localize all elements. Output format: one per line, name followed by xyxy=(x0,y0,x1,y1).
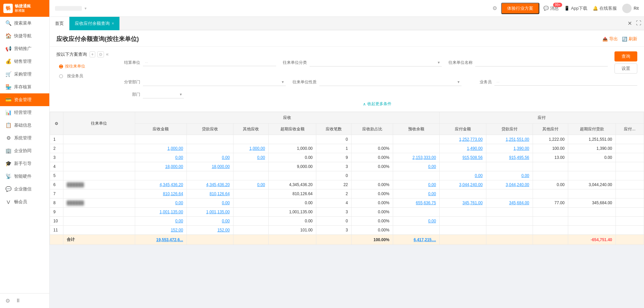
cell-loan-payable[interactable]: 345,684.00 xyxy=(486,199,533,208)
cell-advance-balance-link[interactable]: 0.00 xyxy=(428,164,436,169)
cell-loan-payable-link[interactable]: 0.00 xyxy=(521,173,529,178)
cell-receivable-amount-link[interactable]: 152.00 xyxy=(171,228,183,232)
cell-loan-payable-link[interactable]: 915,495.56 xyxy=(509,155,529,160)
cell-receivable-amount-link[interactable]: 1,000.00 xyxy=(167,146,183,151)
cell-advance-balance[interactable]: 0.00 xyxy=(393,180,439,189)
cell-other-receivable-link[interactable]: 0.00 xyxy=(257,155,265,160)
cell-loan-payable-link[interactable]: 3,044,240.00 xyxy=(506,182,529,187)
add-plan-icon[interactable]: + xyxy=(90,51,95,57)
message-button[interactable]: 💬 消息 99+ xyxy=(543,5,559,11)
refresh-button[interactable]: 🔄 刷新 xyxy=(622,36,637,42)
sidebar-item-inventory[interactable]: 🏪 库存核算 xyxy=(0,81,49,93)
cell-loan-payable-link[interactable]: 345,684.00 xyxy=(509,201,529,205)
cell-loan-payable[interactable] xyxy=(486,189,533,199)
sidebar-item-hardware[interactable]: 📡 智能硬件 xyxy=(0,170,49,183)
cell-receivable-amount[interactable]: 4,345,436.20 xyxy=(135,180,186,189)
sidebar-item-system[interactable]: ⚙ 系统管理 xyxy=(0,132,49,144)
cell-advance-balance[interactable]: 0.00 xyxy=(393,162,439,171)
sidebar-item-purchase[interactable]: 🛒 采购管理 xyxy=(0,68,49,81)
cell-receivable-amount[interactable]: 0.00 xyxy=(135,199,186,208)
cell-receivable-amount-link[interactable]: 4,345,436.20 xyxy=(160,182,183,187)
cell-loan-payable[interactable] xyxy=(486,162,533,171)
cell-other-receivable[interactable] xyxy=(233,135,268,144)
department-select[interactable]: ▾ xyxy=(143,91,184,98)
maximize-icon[interactable]: ⛶ xyxy=(636,20,641,27)
sidebar-item-member[interactable]: V 畅会员 xyxy=(0,195,49,208)
cell-receivable-amount[interactable]: 0.00 xyxy=(135,153,186,162)
cell-other-receivable[interactable] xyxy=(233,226,268,235)
cell-receivable-amount[interactable]: 152.00 xyxy=(135,226,186,235)
sidebar-item-enterprise[interactable]: 🏢 企业协同 xyxy=(0,144,49,157)
promo-button[interactable]: 体验行业方案 xyxy=(501,3,539,14)
cell-receivable-amount[interactable]: 1,001,135.00 xyxy=(135,208,186,217)
sidebar-item-guide[interactable]: 🎓 新手引导 xyxy=(0,157,49,170)
cell-advance-balance-link[interactable]: 0.00 xyxy=(428,182,436,187)
setting-button[interactable]: 设置 xyxy=(614,63,637,74)
cell-advance-balance[interactable]: 0.00 xyxy=(393,217,439,226)
collapse-plan-icon[interactable]: « xyxy=(106,51,109,57)
cell-advance-balance-link[interactable]: 655,636.75 xyxy=(416,201,436,205)
cell-payable-amount-link[interactable]: 1,252,773.00 xyxy=(459,137,483,142)
cell-loan-payable[interactable]: 915,495.56 xyxy=(486,153,533,162)
cell-loan-payable[interactable]: 1,251,551.00 xyxy=(486,135,533,144)
cell-receivable-amount-link[interactable]: 0.00 xyxy=(175,155,183,160)
cell-other-receivable[interactable] xyxy=(233,162,268,171)
cell-loan-receivable[interactable]: 0.00 xyxy=(186,153,233,162)
cell-other-receivable-link[interactable]: 1,000.00 xyxy=(249,146,265,151)
plan-by-unit[interactable]: 按往来单位 xyxy=(56,62,110,71)
settlement-input[interactable]: ··· xyxy=(143,59,276,66)
user-profile[interactable]: Rit xyxy=(622,4,639,13)
topbar-gear-icon[interactable]: ⚙ xyxy=(492,5,497,11)
cell-receivable-amount[interactable] xyxy=(135,135,186,144)
cell-advance-balance[interactable]: 2,153,333.00 xyxy=(393,153,439,162)
sidebar-item-finance[interactable]: 💳 资金管理 xyxy=(0,93,49,106)
cell-payable-amount[interactable] xyxy=(439,162,486,171)
cell-loan-payable[interactable]: 0.00 xyxy=(486,171,533,180)
cell-loan-receivable[interactable]: 810,126.64 xyxy=(186,189,233,199)
sidebar-item-basic[interactable]: 📋 基础信息 xyxy=(0,119,49,132)
cell-other-receivable[interactable] xyxy=(233,217,268,226)
cell-loan-receivable[interactable]: 4,345,436.20 xyxy=(186,180,233,189)
cell-loan-payable-link[interactable]: 1,390.00 xyxy=(514,146,529,151)
table-settings-icon[interactable]: ⚙ xyxy=(55,121,58,126)
sidebar-settings-icon[interactable]: ⚙ xyxy=(5,298,10,304)
cell-advance-balance[interactable]: 655,636.75 xyxy=(393,199,439,208)
edit-plan-icon[interactable]: ⊙ xyxy=(97,51,104,57)
unit-category-select[interactable]: ▾ xyxy=(310,59,442,67)
cell-payable-amount[interactable] xyxy=(439,189,486,199)
cell-advance-balance-link[interactable]: 0.00 xyxy=(428,219,436,223)
cell-loan-receivable-link[interactable]: 18,000.00 xyxy=(212,164,229,169)
th-settings[interactable]: ⚙ xyxy=(50,112,63,135)
close-window-icon[interactable]: ✕ xyxy=(628,20,632,27)
sidebar-collapse-icon[interactable]: ⏸ xyxy=(15,298,21,304)
cell-receivable-amount[interactable]: 810,126.64 xyxy=(135,189,186,199)
cell-loan-receivable-link[interactable]: 810,126.64 xyxy=(210,191,230,196)
sidebar-item-operation[interactable]: 📊 经营管理 xyxy=(0,106,49,119)
cell-loan-receivable[interactable]: 152.00 xyxy=(186,226,233,235)
cell-receivable-amount-link[interactable]: 1,001,135.00 xyxy=(160,210,183,214)
footer-receivable-amount[interactable]: 19,553,472,6... xyxy=(135,235,186,245)
cell-loan-payable-link[interactable]: 1,251,551.00 xyxy=(506,137,529,142)
cell-loan-receivable-link[interactable]: 0.00 xyxy=(222,201,229,205)
cell-other-receivable[interactable]: 0.00 xyxy=(233,180,268,189)
sidebar-item-search[interactable]: 🔍 搜索菜单 xyxy=(0,17,49,30)
salesperson-input[interactable]: ··· xyxy=(494,79,637,86)
cell-receivable-amount-link[interactable]: 0.00 xyxy=(175,219,183,223)
cell-loan-receivable-link[interactable]: 152.00 xyxy=(217,228,230,232)
cell-loan-payable[interactable] xyxy=(486,217,533,226)
cell-payable-amount[interactable]: 1,490.00 xyxy=(439,144,486,153)
cell-other-receivable[interactable] xyxy=(233,199,268,208)
cell-loan-receivable-link[interactable]: 1,001,135.00 xyxy=(206,210,230,214)
cell-loan-payable[interactable] xyxy=(486,208,533,217)
collapse-button[interactable]: ∧ 收起更多条件 xyxy=(117,101,637,107)
cell-receivable-amount[interactable] xyxy=(135,171,186,180)
footer-advance-link[interactable]: 6,417,215.... xyxy=(414,237,436,242)
online-service-button[interactable]: 🔔 在线客服 xyxy=(593,5,617,11)
plan-by-employee[interactable]: 按业务员 xyxy=(56,72,110,80)
cell-other-receivable[interactable] xyxy=(233,208,268,217)
cell-receivable-amount-link[interactable]: 0.00 xyxy=(175,201,183,205)
cell-advance-balance[interactable] xyxy=(393,135,439,144)
export-button[interactable]: 📤 导出 xyxy=(602,36,618,42)
app-download-button[interactable]: 📱 App下载 xyxy=(564,5,587,11)
cell-loan-receivable[interactable]: 0.00 xyxy=(186,217,233,226)
